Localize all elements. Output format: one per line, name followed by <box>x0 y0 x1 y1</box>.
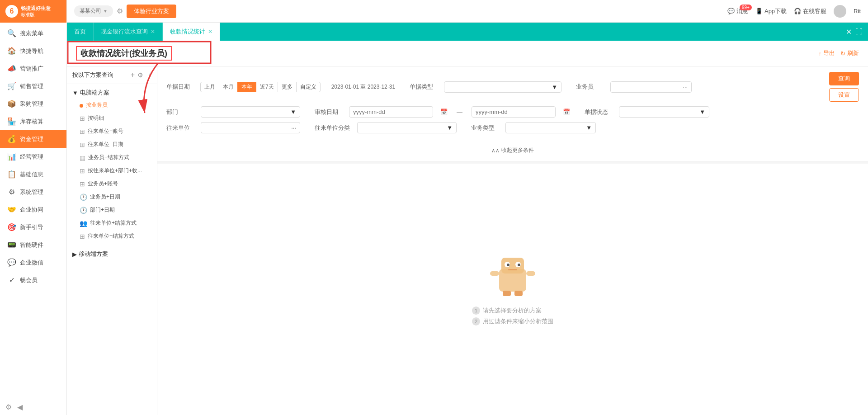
date-tab-custom[interactable]: 自定义 <box>296 82 321 92</box>
maximize-window-button[interactable]: ⛶ <box>855 28 863 36</box>
sidebar-item-label: 企业协同 <box>20 206 43 214</box>
date-tab-this-month[interactable]: 本月 <box>219 82 238 92</box>
tab-bank-flow[interactable]: 现金银行流水查询 ✕ <box>94 23 163 41</box>
company-selector[interactable]: 某某公司 ▼ <box>74 5 113 17</box>
settings-button[interactable]: 设置 <box>829 88 859 102</box>
scheme-item-label: 往来单位+结算方式 <box>90 219 137 227</box>
scheme-item-by-salesperson[interactable]: 按业务员 <box>67 99 157 112</box>
sidebar-item-purchase[interactable]: 📦 采购管理 <box>0 95 66 113</box>
sidebar-item-smart-hw[interactable]: 📟 智能硬件 <box>0 236 66 254</box>
trial-button[interactable]: 体验行业方案 <box>127 5 176 18</box>
collapse-sidebar-icon[interactable]: ◀ <box>17 403 23 411</box>
message-area[interactable]: 💬 消息 99+ <box>727 7 748 15</box>
date-tab-last-month[interactable]: 上月 <box>200 82 219 92</box>
clock-icon: 🕐 <box>80 207 87 214</box>
sidebar-item-marketing[interactable]: 📣 营销推广 <box>0 60 66 77</box>
scheme-item-by-detail[interactable]: ⊞ 按明细 <box>67 112 157 125</box>
sidebar-item-new-guide[interactable]: 🎯 新手引导 <box>0 218 66 236</box>
query-button[interactable]: 查询 <box>829 72 859 85</box>
scheme-item-salesperson-date[interactable]: 🕐 业务员+日期 <box>67 190 157 203</box>
page-header: 收款情况统计(按业务员) ↑ 导出 ↻ 刷新 <box>67 41 868 66</box>
partner-category-label: 往来单位分类 <box>315 124 350 132</box>
salesperson-select[interactable]: ··· <box>610 81 692 93</box>
collapse-panel-icon[interactable]: 《 <box>146 71 151 79</box>
review-date-to[interactable] <box>472 106 556 118</box>
sidebar-item-label: 采购管理 <box>20 100 43 108</box>
user-name: Rit <box>854 8 861 14</box>
filter-area: 单据日期 上月 本月 本年 近7天 更多 自定义 2023-01-01 至 <box>157 66 868 139</box>
close-icon[interactable]: ✕ <box>208 28 212 35</box>
sidebar-item-quick-nav[interactable]: 🏠 快捷导航 <box>0 42 66 60</box>
tab-bar: 首页 现金银行流水查询 ✕ 收款情况统计 ✕ ✕ ⛶ <box>67 23 868 41</box>
sidebar-item-sales[interactable]: 🛒 销售管理 <box>0 77 66 95</box>
inventory-icon: 🏪 <box>7 117 16 126</box>
refresh-button[interactable]: ↻ 刷新 <box>840 49 859 57</box>
header-right: 💬 消息 99+ 📱 App下载 🎧 在线客服 Rit <box>727 5 861 18</box>
date-tab-7days[interactable]: 近7天 <box>256 82 278 92</box>
chevron-down-icon: ▼ <box>103 9 108 14</box>
pc-scheme-group-title[interactable]: ▼ 电脑端方案 <box>67 87 157 99</box>
export-button[interactable]: ↑ 导出 <box>819 49 835 57</box>
close-window-button[interactable]: ✕ <box>846 28 852 36</box>
scheme-item-label: 往来单位+账号 <box>88 127 123 135</box>
robot-illustration <box>486 251 540 297</box>
bar-chart-icon: ▦ <box>80 154 85 161</box>
sidebar-item-enterprise-wechat[interactable]: 💬 企业微信 <box>0 254 66 271</box>
message-icon: 💬 <box>727 8 735 14</box>
scheme-item-label: 部门+日期 <box>90 206 115 214</box>
settings-scheme-icon[interactable]: ⚙ <box>137 71 143 79</box>
sidebar-item-base-info[interactable]: 📋 基础信息 <box>0 165 66 183</box>
sidebar-item-search-menu[interactable]: 🔍 搜索菜单 <box>0 24 66 42</box>
settings-icon[interactable]: ⚙ <box>117 7 123 15</box>
partner-category-select[interactable]: ▼ <box>357 122 457 133</box>
scheme-item-partner-settlement2[interactable]: ⊞ 往来单位+结算方式 <box>67 230 157 243</box>
doc-status-select[interactable]: ▼ <box>619 106 709 118</box>
collapse-row: ∧∧ 收起更多条件 <box>157 139 868 162</box>
vip-icon: ✓ <box>7 276 16 284</box>
tab-bank-flow-label: 现金银行流水查询 <box>101 28 148 36</box>
partner-select[interactable]: ··· <box>201 122 300 133</box>
scheme-item-dept-date[interactable]: 🕐 部门+日期 <box>67 203 157 217</box>
mobile-scheme-group-title[interactable]: ▶ 移动端方案 <box>67 248 157 260</box>
clock-icon: 🕐 <box>80 193 87 201</box>
sidebar-item-operations[interactable]: 📊 经营管理 <box>0 148 66 165</box>
enterprise-wechat-icon: 💬 <box>7 258 16 267</box>
close-icon[interactable]: ✕ <box>151 28 155 35</box>
sidebar-item-enterprise[interactable]: 🤝 企业协同 <box>0 201 66 218</box>
header-left: 某某公司 ▼ ⚙ 体验行业方案 <box>74 5 722 18</box>
date-tab-more[interactable]: 更多 <box>278 82 297 92</box>
sidebar-item-finance[interactable]: 💰 资金管理 <box>0 130 66 148</box>
online-service-area[interactable]: 🎧 在线客服 <box>794 7 826 15</box>
tab-collection-stats[interactable]: 收款情况统计 ✕ <box>163 23 220 41</box>
tab-home[interactable]: 首页 <box>67 23 94 41</box>
left-panel-title: 按以下方案查询 <box>72 71 113 79</box>
svg-rect-10 <box>514 291 523 296</box>
scheme-item-partner-settlement1[interactable]: 👥 往来单位+结算方式 <box>67 217 157 230</box>
sidebar-item-vip[interactable]: ✓ 畅会员 <box>0 271 66 289</box>
scheme-item-partner-account[interactable]: ⊞ 往来单位+账号 <box>67 125 157 138</box>
scheme-item-salesperson-account[interactable]: ⊞ 业务员+账号 <box>67 177 157 190</box>
grid-icon: ⊞ <box>80 233 85 240</box>
sidebar-item-label: 销售管理 <box>20 82 43 90</box>
date-tab-this-year[interactable]: 本年 <box>237 82 256 92</box>
scheme-item-partner-date[interactable]: ⊞ 往来单位+日期 <box>67 138 157 151</box>
sidebar-item-sys-mgmt[interactable]: ⚙ 系统管理 <box>0 183 66 201</box>
dept-select[interactable]: ▼ <box>201 106 300 118</box>
right-content: 单据日期 上月 本月 本年 近7天 更多 自定义 2023-01-01 至 <box>157 66 868 415</box>
calendar-to-icon[interactable]: 📅 <box>563 108 570 115</box>
biz-type-select[interactable]: ▼ <box>505 122 596 133</box>
collapse-button[interactable]: ∧∧ 收起更多条件 <box>488 143 538 158</box>
sidebar-item-inventory[interactable]: 🏪 库存核算 <box>0 113 66 130</box>
avatar[interactable] <box>834 5 846 18</box>
review-date-from[interactable] <box>349 106 433 118</box>
settings-bottom-icon[interactable]: ⚙ <box>5 403 12 411</box>
people-icon: 👥 <box>80 220 87 227</box>
add-scheme-icon[interactable]: + <box>131 71 135 79</box>
scheme-item-salesperson-settlement[interactable]: ▦ 业务员+结算方式 <box>67 151 157 164</box>
calendar-from-icon[interactable]: 📅 <box>440 108 448 115</box>
scheme-item-partner-dept[interactable]: ⊞ 按往来单位+部门+收... <box>67 164 157 177</box>
app-download-area[interactable]: 📱 App下载 <box>755 7 787 15</box>
tip-num-1: 1 <box>472 307 480 315</box>
doc-type-select[interactable]: ▼ <box>444 81 561 93</box>
empty-state: 1 请先选择要分析的方案 2 用过滤条件来缩小分析范围 <box>157 164 868 415</box>
